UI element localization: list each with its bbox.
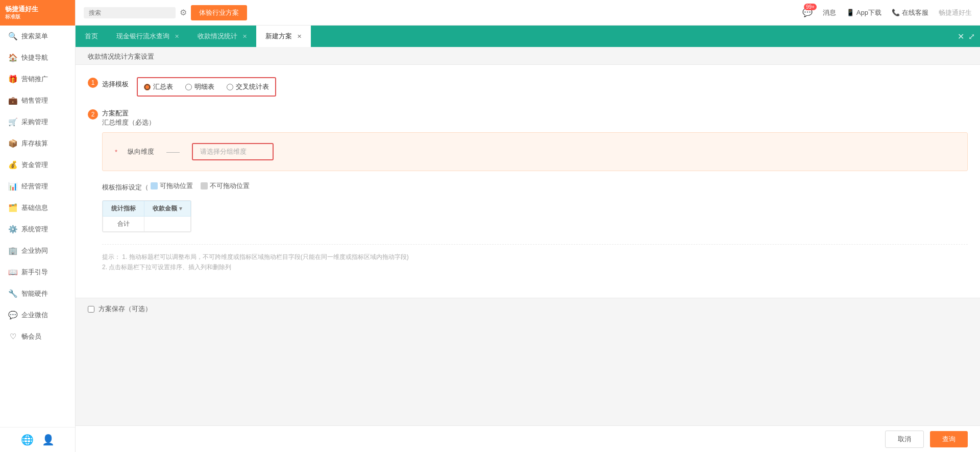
dimension-placeholder: 请选择分组维度 — [200, 148, 247, 155]
sidebar-item-search[interactable]: 🔍 搜索菜单 — [0, 26, 75, 47]
row1-label-cell: 合计 — [103, 217, 144, 232]
fixed-legend-label: 不可拖动位置 — [210, 181, 250, 191]
download-icon: 📱 — [846, 9, 854, 16]
sidebar-item-hardware[interactable]: 🔧 智能硬件 — [0, 283, 75, 304]
sidebar-item-label: 销售管理 — [21, 96, 48, 105]
dimension-select[interactable]: 请选择分组维度 — [192, 143, 274, 160]
topbar: ⚙ 体验行业方案 💬 99+ 消息 📱 App下载 📞 在线客服 畅捷通好生 — [76, 0, 980, 26]
message-btn[interactable]: 💬 99+ — [802, 8, 813, 17]
tabbar: 首页 现金银行流水查询 ✕ 收款情况统计 ✕ 新建方案 ✕ ✕ ⤢ — [76, 26, 980, 47]
step1-title: 选择模板 — [102, 80, 129, 89]
chart-icon: 📊 — [8, 182, 17, 191]
form-card: 1 选择模板 汇总表 明细表 — [76, 65, 980, 298]
tabbar-actions: ✕ ⤢ — [958, 32, 980, 41]
radio-cross[interactable]: 交叉统计表 — [227, 82, 269, 91]
tip2-text: 2. 点击标题栏下拉可设置排序、插入列和删除列 — [102, 264, 231, 271]
radio-summary-input[interactable] — [144, 84, 151, 90]
sidebar-item-label: 营销推广 — [21, 75, 48, 84]
radio-cross-label: 交叉统计表 — [236, 82, 269, 91]
sidebar-item-label: 经营管理 — [21, 182, 48, 191]
save-checkbox[interactable] — [88, 306, 94, 313]
radio-cross-input[interactable] — [227, 84, 233, 90]
tips-section: 提示： 1. 拖动标题栏可以调整布局，不可跨维度或指标区域拖动栏目字段(只能在同… — [102, 244, 968, 272]
fixed-legend-dot — [201, 182, 208, 189]
settings-icon[interactable]: ⚙ — [180, 8, 187, 17]
tab-home-label: 首页 — [85, 32, 98, 41]
sidebar-item-label: 采购管理 — [21, 117, 48, 127]
tab-new-plan[interactable]: 新建方案 ✕ — [256, 26, 311, 47]
tip1: 提示： 1. 拖动标题栏可以调整布局，不可跨维度或指标区域拖动栏目字段(只能在同… — [102, 253, 968, 261]
sidebar-item-guide[interactable]: 📖 新手引导 — [0, 261, 75, 283]
metrics-legend: 可拖动位置 不可拖动位置 — [151, 183, 250, 191]
breadcrumb: 收款情况统计方案设置 — [88, 53, 154, 60]
online-service-link[interactable]: 📞 在线客服 — [892, 8, 928, 17]
tab-bank-flow[interactable]: 现金银行流水查询 ✕ — [107, 26, 188, 47]
tab-bank-flow-label: 现金银行流水查询 — [116, 32, 169, 41]
tab-new-plan-label: 新建方案 — [265, 32, 292, 41]
sidebar-bottom: 🌐 👤 — [0, 427, 75, 452]
sidebar-item-basic-info[interactable]: 🗂️ 基础信息 — [0, 197, 75, 219]
dim-required-mark: * — [115, 148, 117, 156]
service-icon: 📞 — [892, 9, 900, 16]
sidebar-item-wechat[interactable]: 💬 企业微信 — [0, 304, 75, 326]
save-option-bar: 方案保存（可选） — [76, 298, 980, 320]
home-icon: 🏠 — [8, 53, 17, 62]
radio-summary-label: 汇总表 — [153, 82, 173, 91]
briefcase-icon: 💼 — [8, 96, 17, 105]
heart-icon: ♡ — [8, 332, 17, 341]
sidebar-item-label: 资金管理 — [21, 160, 48, 170]
main-area: ⚙ 体验行业方案 💬 99+ 消息 📱 App下载 📞 在线客服 畅捷通好生 首… — [76, 0, 980, 452]
tab-home[interactable]: 首页 — [76, 26, 107, 47]
topbar-left: ⚙ 体验行业方案 — [84, 5, 794, 20]
query-button[interactable]: 查询 — [930, 431, 968, 447]
gift-icon: 🎁 — [8, 75, 17, 84]
col1-dropdown-icon[interactable]: ▾ — [179, 205, 182, 212]
sidebar-item-capital[interactable]: 💰 资金管理 — [0, 154, 75, 176]
tab-new-plan-close[interactable]: ✕ — [297, 33, 302, 40]
sidebar-item-system[interactable]: ⚙️ 系统管理 — [0, 219, 75, 240]
radio-summary[interactable]: 汇总表 — [144, 82, 173, 91]
movable-legend-label: 可拖动位置 — [160, 181, 193, 191]
sidebar-item-operations[interactable]: 📊 经营管理 — [0, 176, 75, 197]
sidebar-item-enterprise[interactable]: 🏢 企业协同 — [0, 240, 75, 261]
metrics-header: 模板指标设定（ 可拖动位置 不可拖动位置 — [102, 181, 968, 192]
stat-header: 统计指标 — [103, 201, 144, 217]
tab-collection-stat-label: 收款情况统计 — [198, 32, 237, 41]
user-icon[interactable]: 👤 — [42, 434, 55, 446]
sidebar-item-label: 新手引导 — [21, 268, 48, 277]
app-download-link[interactable]: 📱 App下载 — [846, 8, 881, 17]
tab-collection-stat-close[interactable]: ✕ — [242, 33, 247, 40]
metrics-row: 合计 — [103, 217, 191, 232]
trial-btn[interactable]: 体验行业方案 — [191, 5, 247, 20]
sidebar-item-label: 企业微信 — [21, 311, 48, 320]
cancel-button[interactable]: 取消 — [885, 431, 924, 448]
sidebar-item-label: 系统管理 — [21, 225, 48, 234]
metrics-table-wrap: 统计指标 收款金额 ▾ — [102, 200, 191, 232]
col1-header[interactable]: 收款金额 ▾ — [144, 201, 191, 217]
sidebar-item-marketing[interactable]: 🎁 营销推广 — [0, 68, 75, 90]
radio-detail-input[interactable] — [185, 84, 192, 90]
template-radio-group: 汇总表 明细表 交叉统计表 — [137, 77, 276, 97]
globe-icon[interactable]: 🌐 — [21, 434, 34, 446]
expand-icon[interactable]: ⤢ — [968, 32, 975, 41]
dimension-label: 汇总维度（必选） — [102, 118, 968, 127]
sidebar-item-quick-nav[interactable]: 🏠 快捷导航 — [0, 47, 75, 68]
sidebar-item-purchase[interactable]: 🛒 采购管理 — [0, 111, 75, 133]
sidebar-item-member[interactable]: ♡ 畅会员 — [0, 326, 75, 347]
topbar-right: 💬 99+ 消息 📱 App下载 📞 在线客服 畅捷通好生 — [802, 8, 972, 17]
dim-arrow-icon: —— — [166, 148, 180, 156]
sidebar-item-label: 企业协同 — [21, 246, 48, 255]
close-window-icon[interactable]: ✕ — [958, 32, 964, 41]
col1-label: 收款金额 — [153, 204, 177, 213]
step2-title: 方案配置 — [102, 109, 129, 117]
metrics-table: 统计指标 收款金额 ▾ — [103, 201, 191, 232]
book-icon: 📖 — [8, 268, 17, 277]
save-option-label[interactable]: 方案保存（可选） — [99, 304, 152, 314]
sidebar-item-inventory[interactable]: 📦 库存核算 — [0, 133, 75, 154]
content-area: 收款情况统计方案设置 1 选择模板 汇总表 — [76, 47, 980, 452]
tab-bank-flow-close[interactable]: ✕ — [175, 33, 179, 40]
search-input[interactable] — [84, 7, 176, 18]
tab-collection-stat[interactable]: 收款情况统计 ✕ — [188, 26, 256, 47]
sidebar-item-sales[interactable]: 💼 销售管理 — [0, 90, 75, 111]
radio-detail[interactable]: 明细表 — [185, 82, 214, 91]
